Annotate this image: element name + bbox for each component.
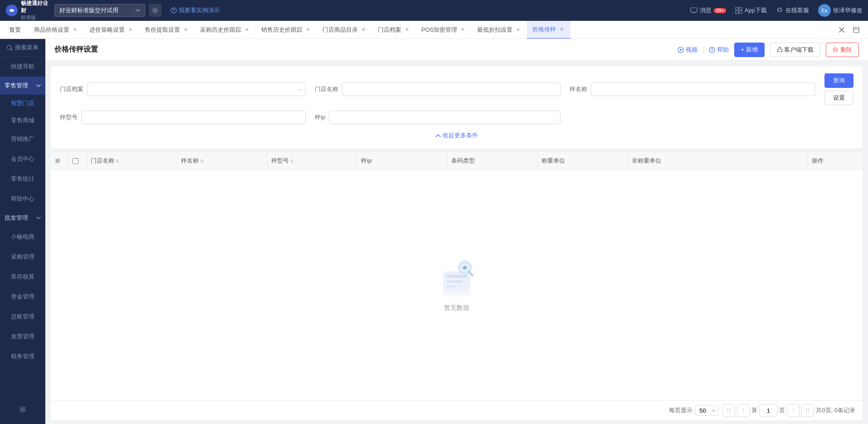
tab-sales-history[interactable]: 销售历史价跟踪 ✕ — [256, 21, 317, 39]
th-store-name[interactable]: 门店名称 ⇅ — [87, 152, 177, 169]
query-button[interactable]: 查询 — [824, 73, 853, 88]
pagination: 每页显示 10 20 50 100 ⟨⟨ ⟨ 算 页 ⟩ ⟩⟩ — [51, 400, 863, 420]
tab-purchase-strategy[interactable]: 进价策略设置 ✕ — [84, 21, 139, 39]
main-layout: 搜索菜单 快捷导航 零售管理 智慧门店 零售商城 营销推广 会员中心 零售统计 … — [0, 39, 868, 424]
tab-home[interactable]: 首页 — [2, 21, 29, 39]
app-download-action[interactable]: App下载 — [735, 6, 767, 14]
logo-icon — [5, 4, 18, 17]
close-tab-sale-price[interactable]: ✕ — [183, 26, 189, 33]
close-tab-goods-price[interactable]: ✕ — [72, 26, 78, 33]
online-service-action[interactable]: 在线客服 — [776, 6, 809, 14]
sidebar-item-retail-mall[interactable]: 零售商城 — [0, 112, 45, 129]
tab-sale-price[interactable]: 售价提取设置 ✕ — [139, 21, 195, 39]
close-tab-store-catalog[interactable]: ✕ — [361, 26, 366, 33]
chevron-up-icon — [435, 134, 441, 137]
close-tab-purchase-strategy[interactable]: ✕ — [127, 26, 133, 33]
th-non-weight-unit: 非称重单位 — [628, 152, 809, 169]
sidebar-search[interactable]: 搜索菜单 — [0, 39, 45, 57]
setting-button[interactable]: 设置 — [824, 91, 853, 105]
sidebar-item-settings[interactable] — [0, 400, 45, 419]
messages-action[interactable]: 消息 99+ — [690, 6, 726, 14]
store-file-input-wrap: ··· — [87, 82, 306, 96]
avatar: Ea — [818, 4, 831, 17]
empty-illustration — [434, 258, 479, 299]
app-name: 畅捷通好业财 — [21, 0, 51, 14]
last-page-btn[interactable]: ⟩⟩ — [801, 404, 814, 417]
sidebar-item-smart-store[interactable]: 智慧门店 — [0, 95, 45, 112]
sidebar-item-help[interactable]: 帮助中心 — [0, 189, 45, 209]
sort-scale-model-icon[interactable]: ⇅ — [290, 159, 294, 164]
close-tab-sales-history[interactable]: ✕ — [305, 26, 311, 33]
svg-rect-7 — [739, 7, 742, 10]
sidebar-item-marketing[interactable]: 营销推广 — [0, 129, 45, 149]
sidebar-item-batch-mgmt[interactable]: 批发管理 — [0, 209, 45, 227]
top-bar-right: 消息 99+ App下载 在线客服 Ea 徐泽华修改 — [690, 4, 863, 17]
tab-goods-price[interactable]: 商品价格设置 ✕ — [29, 21, 84, 39]
svg-point-16 — [712, 51, 712, 51]
th-scale-ip: 秤ip — [357, 152, 448, 169]
tab-purchase-history[interactable]: 采购历史价跟踪 ✕ — [195, 21, 256, 39]
tab-price-scale[interactable]: 价格传秤 ✕ — [527, 21, 571, 39]
th-barcode-type: 条码类型 — [448, 152, 538, 169]
collapse-button[interactable]: 收起更多条件 — [435, 130, 478, 141]
sidebar-item-xiaoqi-ecom[interactable]: 小畅电商 — [0, 227, 45, 247]
sidebar-item-retail-mgmt[interactable]: 零售管理 — [0, 77, 45, 95]
store-name-input[interactable] — [342, 82, 561, 96]
expand-tab-btn[interactable] — [850, 24, 863, 36]
sort-scale-name-icon[interactable]: ⇅ — [200, 159, 204, 164]
page-size-dropdown[interactable]: 10 20 50 100 — [695, 405, 719, 416]
demo-link[interactable]: 我要看实例演示 — [171, 6, 220, 14]
scale-model-input[interactable] — [81, 111, 306, 124]
sidebar-item-member[interactable]: 会员中心 — [0, 149, 45, 169]
scale-name-input-wrap — [591, 82, 815, 96]
sidebar-item-inventory[interactable]: 库存核算 — [0, 267, 45, 287]
page-title: 价格传秤设置 — [54, 45, 98, 54]
scale-name-input[interactable] — [591, 82, 815, 96]
delete-button[interactable]: 自 删除 — [826, 43, 859, 57]
close-tab-min-discount[interactable]: ✕ — [515, 26, 521, 33]
filter-scale-ip: 秤ip — [315, 111, 561, 124]
close-tab-price-scale[interactable]: ✕ — [559, 26, 565, 33]
sidebar-item-general[interactable]: 总账管理 — [0, 307, 45, 327]
scale-ip-input[interactable] — [329, 111, 561, 124]
tab-store-file[interactable]: 门店档案 ✕ — [372, 21, 416, 39]
collapse-wrap: 收起更多条件 — [60, 130, 853, 141]
user-menu[interactable]: Ea 徐泽华修改 — [818, 4, 863, 17]
filter-placeholder — [570, 111, 815, 124]
first-page-btn[interactable]: ⟨⟨ — [722, 404, 735, 417]
th-scale-name[interactable]: 秤名称 ⇅ — [177, 152, 268, 169]
close-tab-pos-encrypt[interactable]: ✕ — [460, 26, 466, 33]
th-checkbox[interactable] — [69, 152, 87, 169]
sidebar-item-invoice[interactable]: 发票管理 — [0, 327, 45, 347]
th-scale-model[interactable]: 秤型号 ⇅ — [268, 152, 358, 169]
sidebar-item-funds[interactable]: 资金管理 — [0, 287, 45, 307]
sidebar-item-retail-stats[interactable]: 零售统计 — [0, 169, 45, 189]
select-all-checkbox[interactable] — [73, 158, 78, 164]
close-tab-store-file[interactable]: ✕ — [404, 26, 410, 33]
tab-min-discount[interactable]: 最低折扣设置 ✕ — [472, 21, 527, 39]
video-link[interactable]: 视频 — [678, 46, 697, 54]
page-header: 价格传秤设置 视频 帮助 + 新增 凸 客户端下载 自 删除 — [45, 39, 868, 61]
tab-store-catalog[interactable]: 门店商品目录 ✕ — [317, 21, 372, 39]
headset-icon — [776, 7, 783, 14]
tab-pos-encrypt[interactable]: POS加密管理 ✕ — [416, 21, 472, 39]
download-button[interactable]: 凸 客户端下载 — [770, 43, 821, 57]
video-icon — [678, 47, 684, 53]
add-button[interactable]: + 新增 — [734, 43, 765, 57]
content-area: 价格传秤设置 视频 帮助 + 新增 凸 客户端下载 自 删除 门店 — [45, 39, 868, 424]
help-link[interactable]: 帮助 — [709, 46, 729, 54]
prev-page-btn[interactable]: ⟨ — [737, 404, 750, 417]
settings-icon[interactable] — [149, 4, 161, 17]
close-tab-purchase-history[interactable]: ✕ — [244, 26, 250, 33]
close-tab-btn[interactable] — [835, 24, 848, 36]
more-icon[interactable]: ··· — [297, 86, 302, 93]
version-selector[interactable]: 好业财标准版交付试用 — [54, 4, 145, 17]
page-input[interactable] — [759, 404, 777, 417]
sidebar-item-purchase[interactable]: 采购管理 — [0, 247, 45, 267]
sort-store-name-icon[interactable]: ⇅ — [116, 159, 119, 164]
th-settings[interactable] — [51, 152, 69, 169]
sidebar-item-quick-nav[interactable]: 快捷导航 — [0, 57, 45, 77]
sidebar-item-tax[interactable]: 税务管理 — [0, 347, 45, 366]
store-file-input[interactable] — [87, 82, 306, 96]
next-page-btn[interactable]: ⟩ — [787, 404, 800, 417]
